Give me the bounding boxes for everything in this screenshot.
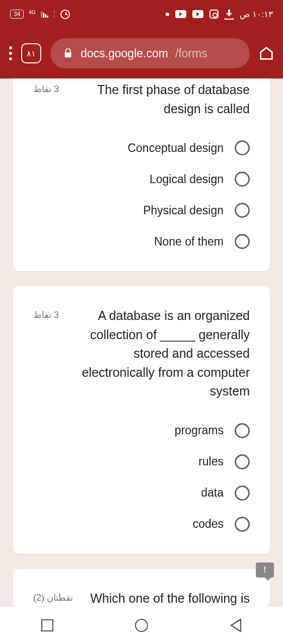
option-label: Conceptual design — [127, 141, 224, 155]
question-text: Which one of the following is — [88, 589, 250, 607]
question-points: 3 نقاط — [33, 80, 59, 95]
option-label: rules — [198, 455, 224, 468]
question-header: The first phase of database design is ca… — [33, 78, 250, 118]
radio-option[interactable]: programs — [33, 423, 250, 438]
option-label: Logical design — [150, 173, 224, 186]
radio-option[interactable]: codes — [33, 517, 250, 532]
url-path: /forms — [175, 47, 207, 60]
battery-indicator: 34 — [10, 10, 24, 19]
nav-recents[interactable] — [17, 619, 78, 631]
question-points: نقطتان (2) — [33, 589, 73, 603]
url-bar[interactable]: docs.google.com/forms — [50, 38, 250, 68]
youtube-icon — [175, 10, 186, 18]
radio-icon — [235, 517, 250, 532]
question-points: 3 نقاط — [33, 306, 59, 320]
page-content: The first phase of database design is ca… — [0, 78, 283, 607]
clock-text: ١٠:١٣ ص — [240, 9, 273, 20]
nav-back[interactable] — [205, 618, 266, 632]
browser-toolbar: docs.google.com/forms ٨١ — [0, 28, 283, 78]
radio-icon — [235, 172, 250, 187]
radio-option[interactable]: data — [33, 486, 250, 501]
radio-icon — [235, 454, 250, 469]
option-label: data — [201, 486, 224, 500]
question-card: A database is an organized collection of… — [13, 286, 270, 554]
option-label: programs — [175, 424, 224, 437]
report-icon[interactable] — [256, 562, 274, 578]
tab-switcher[interactable]: ٨١ — [21, 43, 41, 63]
youtube-icon — [192, 10, 203, 18]
radio-icon — [235, 234, 250, 249]
radio-icon — [235, 203, 250, 218]
tab-count-value: ٨١ — [27, 49, 36, 58]
radio-icon — [235, 423, 250, 438]
option-label: Physical design — [143, 204, 224, 217]
option-label: codes — [193, 517, 224, 531]
status-bar: ١٠:١٣ ص ↑↓ 4G 34 — [0, 0, 283, 28]
question-card: Which one of the following is نقطتان (2) — [13, 569, 270, 607]
options-list: Conceptual design Logical design Physica… — [33, 140, 250, 249]
network-type: 4G — [29, 10, 35, 15]
alarm-icon — [60, 10, 70, 19]
menu-icon[interactable] — [9, 46, 12, 60]
options-list: programs rules data codes — [33, 423, 250, 532]
nav-home[interactable] — [111, 619, 172, 632]
radio-option[interactable]: Logical design — [33, 172, 250, 187]
question-card: The first phase of database design is ca… — [13, 78, 270, 271]
signal-icon — [41, 11, 48, 18]
question-text: The first phase of database design is ca… — [74, 80, 250, 118]
radio-icon — [235, 486, 250, 501]
question-text: A database is an organized collection of… — [74, 306, 250, 401]
option-label: None of them — [154, 235, 224, 249]
data-transfer-icon: ↑↓ — [53, 10, 55, 18]
radio-option[interactable]: None of them — [33, 234, 250, 249]
radio-option[interactable]: rules — [33, 454, 250, 469]
radio-icon — [235, 140, 250, 155]
status-left: ١٠:١٣ ص — [166, 9, 273, 20]
system-nav-bar — [0, 607, 283, 644]
download-icon — [225, 10, 234, 19]
url-domain: docs.google.com — [81, 47, 168, 60]
question-header: Which one of the following is نقطتان (2) — [33, 587, 250, 607]
instagram-icon — [209, 10, 219, 19]
lock-icon — [62, 48, 74, 59]
radio-option[interactable]: Physical design — [33, 203, 250, 218]
dot-icon — [166, 13, 169, 16]
home-icon[interactable] — [259, 46, 274, 61]
radio-option[interactable]: Conceptual design — [33, 140, 250, 155]
status-right: ↑↓ 4G 34 — [10, 10, 70, 19]
question-header: A database is an organized collection of… — [33, 304, 250, 401]
